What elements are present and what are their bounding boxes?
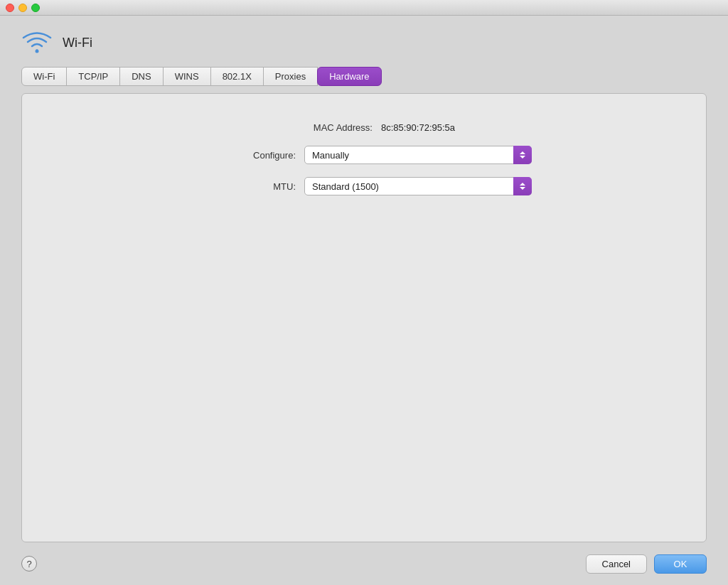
wifi-header: Wi-Fi	[21, 30, 707, 55]
ok-button[interactable]: OK	[654, 554, 707, 574]
tabs-bar: Wi-Fi TCP/IP DNS WINS 802.1X Proxies Har…	[21, 67, 707, 86]
mac-address-label: MAC Address:	[273, 122, 373, 133]
tab-8021x[interactable]: 802.1X	[210, 67, 264, 86]
tab-hardware[interactable]: Hardware	[317, 67, 381, 86]
wifi-icon	[21, 30, 53, 55]
tab-wifi[interactable]: Wi-Fi	[21, 67, 67, 86]
svg-point-0	[36, 50, 39, 53]
configure-row: Configure: Manually	[50, 146, 678, 164]
minimize-button[interactable]	[18, 4, 27, 12]
mac-address-value: 8c:85:90:72:95:5a	[381, 122, 455, 133]
window-controls[interactable]	[6, 4, 40, 12]
close-button[interactable]	[6, 4, 14, 12]
tab-proxies[interactable]: Proxies	[263, 67, 318, 86]
maximize-button[interactable]	[31, 4, 40, 12]
title-bar	[0, 0, 728, 16]
configure-select-wrapper[interactable]: Manually	[304, 146, 532, 164]
wifi-title: Wi-Fi	[63, 36, 92, 50]
mac-address-row: MAC Address: 8c:85:90:72:95:5a	[50, 122, 678, 133]
mtu-label: MTU:	[196, 181, 296, 192]
content-panel: MAC Address: 8c:85:90:72:95:5a Configure…	[21, 93, 707, 542]
tab-dns[interactable]: DNS	[119, 67, 163, 86]
bottom-bar: ? Cancel OK	[0, 542, 728, 585]
tab-wins[interactable]: WINS	[163, 67, 211, 86]
tab-tcpip[interactable]: TCP/IP	[66, 67, 120, 86]
bottom-actions: Cancel OK	[586, 554, 707, 574]
mtu-row: MTU: Standard (1500)	[50, 177, 678, 195]
form-rows: MAC Address: 8c:85:90:72:95:5a Configure…	[50, 122, 678, 195]
mtu-select-wrapper[interactable]: Standard (1500)	[304, 177, 532, 195]
main-content: Wi-Fi Wi-Fi TCP/IP DNS WINS 802.1X Proxi…	[0, 16, 728, 542]
mtu-select[interactable]: Standard (1500)	[304, 177, 532, 195]
configure-select[interactable]: Manually	[304, 146, 532, 164]
configure-label: Configure:	[196, 150, 296, 161]
cancel-button[interactable]: Cancel	[586, 554, 647, 574]
help-button[interactable]: ?	[21, 556, 37, 571]
